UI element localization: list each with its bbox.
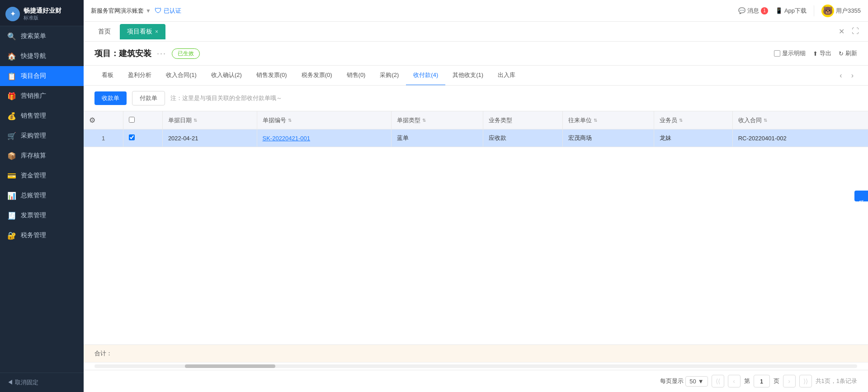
th-partner[interactable]: 往来单位 ⇅ — [562, 111, 654, 129]
th-number[interactable]: 单据编号 ⇅ — [257, 111, 392, 129]
app-download-label: App下载 — [784, 7, 807, 15]
subtab-3[interactable]: 收入确认(2) — [204, 66, 249, 86]
page-first-btn[interactable]: ⟨⟨ — [712, 375, 724, 387]
sidebar-item-3[interactable]: 🎁 营销推广 — [0, 86, 84, 106]
sidebar-logo: ✦ 畅捷通好业财 标准版 — [0, 0, 84, 26]
project-more-btn[interactable]: ··· — [157, 49, 166, 58]
subtab-9[interactable]: 其他收支(1) — [445, 66, 491, 86]
page-prev-btn[interactable]: ‹ — [728, 375, 741, 387]
sidebar-item-7[interactable]: 💳 资金管理 — [0, 166, 84, 186]
account-name: 新服务官网演示账套 — [91, 7, 144, 15]
close-window-btn[interactable]: ✕ — [837, 25, 846, 38]
subtab-next-btn[interactable]: › — [848, 70, 857, 81]
sidebar-label-9: 发票管理 — [21, 211, 46, 220]
subtab-10[interactable]: 出入库 — [491, 66, 523, 86]
sidebar-icon-4: 💰 — [7, 111, 16, 120]
sidebar-item-6[interactable]: 📦 库存核算 — [0, 146, 84, 166]
account-selector[interactable]: 新服务官网演示账套 ▼ — [91, 7, 151, 15]
sidebar-unpin[interactable]: ◀ 取消固定 — [0, 373, 84, 392]
subtab-6[interactable]: 销售(0) — [340, 66, 373, 86]
subtab-1[interactable]: 盈利分析 — [121, 66, 159, 86]
fake-scrollbar[interactable] — [94, 364, 857, 368]
sidebar-icon-0: 🔍 — [7, 32, 16, 41]
subtab-5[interactable]: 税务发票(0) — [294, 66, 340, 86]
shoukuan-btn[interactable]: 收款单 — [94, 91, 127, 105]
subtab-8[interactable]: 收付款(4) — [406, 66, 445, 86]
page-size-value: 50 — [689, 378, 696, 385]
maximize-btn[interactable]: ⛶ — [850, 25, 861, 38]
th-settings[interactable]: ⚙ — [84, 111, 123, 129]
refresh-btn[interactable]: ↻ 刷新 — [839, 49, 857, 57]
user-label: 用户3355 — [836, 7, 861, 15]
sidebar-item-9[interactable]: 🧾 发票管理 — [0, 206, 84, 225]
topbar-left: 新服务官网演示账套 ▼ 🛡 已认证 — [91, 7, 181, 15]
app-download-btn[interactable]: 📱 App下载 — [775, 7, 807, 15]
subtab-4[interactable]: 销售发票(0) — [249, 66, 294, 86]
app-logo-icon: ✦ — [5, 7, 20, 21]
topbar-divider — [814, 5, 814, 16]
certified-badge: 🛡 已认证 — [155, 7, 181, 15]
sort-partner-icon: ⇅ — [594, 118, 597, 123]
sidebar-item-1[interactable]: 🏠 快捷导航 — [0, 46, 84, 66]
row-number[interactable]: SK-20220421-001 — [257, 129, 392, 147]
page-last-btn[interactable]: ⟩⟩ — [799, 375, 812, 387]
row-date: 2022-04-21 — [162, 129, 257, 147]
th-contract[interactable]: 收入合同 ⇅ — [732, 111, 868, 129]
total-label: 合计： — [94, 349, 112, 358]
th-partner-label: 往来单位 — [568, 116, 592, 124]
row-select-checkbox[interactable] — [129, 134, 135, 140]
table-row[interactable]: 1 2022-04-21 SK-20220421-001 蓝单 应收款 宏茂商场… — [84, 129, 868, 147]
messages-btn[interactable]: 💬 消息 1 — [738, 7, 768, 15]
sidebar-icon-8: 📊 — [7, 191, 16, 200]
tab-close-icon[interactable]: × — [155, 29, 158, 35]
sidebar-item-0[interactable]: 🔍 搜索菜单 — [0, 26, 84, 46]
page-suffix: 页 — [774, 377, 779, 385]
row-checkbox[interactable] — [123, 129, 163, 147]
subtab-0[interactable]: 看板 — [94, 66, 121, 86]
refresh-label: 刷新 — [845, 49, 857, 57]
page-number-input[interactable] — [754, 375, 770, 387]
feedback-btn[interactable]: 反馈 — [854, 191, 868, 201]
tab-home[interactable]: 首页 — [91, 24, 118, 39]
th-biz-type: 业务类型 — [483, 111, 563, 129]
th-date[interactable]: 单据日期 ⇅ — [162, 111, 257, 129]
tab-bar: 首页 项目看板 × ✕ ⛶ — [84, 22, 868, 42]
project-title-prefix: 项目： — [94, 49, 119, 58]
per-page-label: 每页显示 — [660, 377, 684, 385]
th-type[interactable]: 单据类型 ⇅ — [392, 111, 483, 129]
subtab-2[interactable]: 收入合同(1) — [159, 66, 204, 86]
settings-icon[interactable]: ⚙ — [89, 116, 95, 124]
project-status-badge: 已生效 — [172, 48, 200, 59]
row-num: 1 — [84, 129, 123, 147]
sidebar-item-8[interactable]: 📊 总账管理 — [0, 186, 84, 206]
sidebar-item-4[interactable]: 💰 销售管理 — [0, 106, 84, 126]
tab-project-label: 项目看板 — [127, 28, 152, 36]
export-btn[interactable]: ⬆ 导出 — [813, 49, 831, 57]
user-menu[interactable]: 🐻 用户3355 — [821, 5, 861, 17]
refresh-icon: ↻ — [839, 50, 844, 57]
page-size-dropdown[interactable]: 50 ▼ — [685, 376, 708, 387]
table-container: ⚙ 单据日期 ⇅ 单据编号 — [84, 111, 868, 344]
export-icon: ⬆ — [813, 50, 818, 57]
page-next-btn[interactable]: › — [783, 375, 796, 387]
sort-number-icon: ⇅ — [288, 118, 292, 123]
tab-project-board[interactable]: 项目看板 × — [120, 24, 165, 39]
th-biz-type-label: 业务类型 — [489, 117, 512, 124]
row-number-link[interactable]: SK-20220421-001 — [263, 135, 311, 142]
table-header: ⚙ 单据日期 ⇅ 单据编号 — [84, 111, 868, 129]
subtab-7[interactable]: 采购(2) — [373, 66, 406, 86]
fukuan-btn[interactable]: 付款单 — [132, 91, 165, 105]
subtab-prev-btn[interactable]: ‹ — [836, 70, 845, 81]
sidebar-item-10[interactable]: 🔐 税务管理 — [0, 225, 84, 245]
page-total: 共1页，1条记录 — [816, 377, 857, 385]
pagination: 每页显示 50 ▼ ⟨⟨ ‹ 第 页 › ⟩⟩ 共1页，1条记录 — [84, 370, 868, 392]
select-all-checkbox[interactable] — [129, 117, 135, 123]
th-salesperson[interactable]: 业务员 ⇅ — [654, 111, 732, 129]
show-detail-checkbox[interactable]: 显示明细 — [774, 49, 806, 57]
row-partner: 宏茂商场 — [562, 129, 654, 147]
scrollbar-thumb[interactable] — [185, 364, 275, 368]
sidebar-item-2[interactable]: 📋 项目合同 — [0, 66, 84, 86]
sidebar-item-5[interactable]: 🛒 采购管理 — [0, 126, 84, 146]
sidebar-label-6: 库存核算 — [21, 152, 46, 160]
sidebar-label-2: 项目合同 — [21, 72, 46, 80]
